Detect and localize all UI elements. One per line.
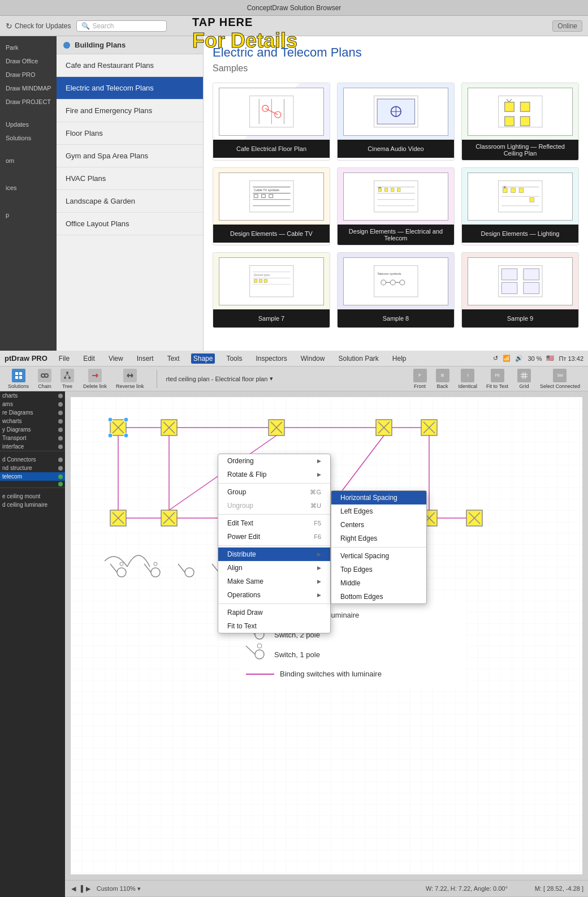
toolbar-tree-btn[interactable]: Tree <box>57 368 77 390</box>
sidebar-item-park[interactable]: Park <box>0 41 57 54</box>
sidebar-item-draw-office[interactable]: Draw Office <box>0 54 57 68</box>
sidebar-item-draw-mindmap[interactable]: Draw MINDMAP <box>0 81 57 95</box>
sample-card-8[interactable]: Telecom symbols Sample 8 <box>337 252 455 328</box>
panel-item-ams[interactable]: ams <box>0 400 65 408</box>
diagram-node-4 <box>376 420 392 435</box>
sample-card-4[interactable]: Cable TV symbols Design Elements — Cable… <box>213 167 330 245</box>
sub-horizontal-spacing[interactable]: Horizontal Spacing <box>331 491 426 504</box>
nav-item-cafe[interactable]: Cafe and Restaurant Plans <box>57 54 203 77</box>
sub-middle[interactable]: Middle <box>331 576 426 590</box>
toolbar-reverse-link-btn[interactable]: Reverse link <box>113 368 148 390</box>
menu-insert[interactable]: Insert <box>135 353 156 364</box>
canvas-container[interactable]: Enclosed ceiling luminaire Switch, 2 pol… <box>65 391 588 880</box>
sidebar-item-draw-project[interactable]: Draw PROJECT <box>0 95 57 109</box>
nav-header-dot <box>63 42 70 49</box>
panel-item-ceiling-mount[interactable]: e ceiling mount <box>0 492 65 501</box>
sidebar-item-room[interactable]: om <box>0 154 57 167</box>
toolbar-select-connected-btn[interactable]: Sel Select Connected <box>537 368 583 390</box>
sidebar-item-solutions[interactable]: Solutions <box>0 131 57 145</box>
menu-help[interactable]: Help <box>390 353 409 364</box>
menu-inspectors[interactable]: Inspectors <box>253 353 289 364</box>
sub-right-edges[interactable]: Right Edges <box>331 532 426 545</box>
doc-tab-dropdown[interactable]: ▾ <box>270 375 273 382</box>
cm-edit-text[interactable]: Edit Text F5 <box>218 516 330 530</box>
search-box[interactable]: 🔍 Search <box>76 20 167 32</box>
nav-item-hvac[interactable]: HVAC Plans <box>57 167 203 190</box>
toolbar-back-btn[interactable]: B Back <box>433 368 453 390</box>
toolbar-delete-link-btn[interactable]: Delete link <box>80 368 110 390</box>
panel-dot-re-diagrams <box>58 411 63 415</box>
menu-shape[interactable]: Shape <box>191 353 215 364</box>
cm-align[interactable]: Align <box>218 561 330 575</box>
sample-card-1[interactable]: Cafe Electrical Floor Plan <box>213 83 330 161</box>
panel-item-y-diagrams[interactable]: y Diagrams <box>0 425 65 434</box>
menu-edit[interactable]: Edit <box>81 353 97 364</box>
sample-card-2[interactable]: Cinema Audio Video <box>337 83 455 161</box>
panel-item-structure[interactable]: nd structure <box>0 464 65 472</box>
panel-item-re-diagrams[interactable]: re Diagrams <box>0 408 65 417</box>
zoom-control[interactable]: Custom 110% ▾ <box>97 885 141 892</box>
sub-left-edges[interactable]: Left Edges <box>331 504 426 518</box>
sidebar-item-updates[interactable]: Updates <box>0 118 57 131</box>
panel-item-transport[interactable]: Transport <box>0 434 65 442</box>
sidebar-item-ices[interactable]: ices <box>0 181 57 195</box>
toolbar-solutions-btn[interactable]: Solutions <box>5 368 32 390</box>
cm-make-same[interactable]: Make Same <box>218 575 330 588</box>
svg-rect-33 <box>378 188 382 192</box>
panel-item-connectors[interactable]: d Connectors <box>0 455 65 464</box>
cm-rotate-flip[interactable]: Rotate & Flip <box>218 468 330 481</box>
cm-operations[interactable]: Operations <box>218 588 330 602</box>
toolbar-front-btn[interactable]: F Front <box>410 368 430 390</box>
nav-item-floor[interactable]: Floor Plans <box>57 122 203 145</box>
menu-view[interactable]: View <box>106 353 126 364</box>
panel-item-ceiling-lum[interactable]: d ceiling luminaire <box>0 501 65 509</box>
sub-bottom-edges[interactable]: Bottom Edges <box>331 590 426 603</box>
sub-vertical-spacing[interactable]: Vertical Spacing <box>331 549 426 563</box>
sample-thumb-inner-3 <box>468 88 572 136</box>
menu-solution-park[interactable]: Solution Park <box>336 353 381 364</box>
toolbar-chain-btn[interactable]: Chain <box>34 368 55 390</box>
sample-card-9[interactable]: Sample 9 <box>461 252 579 328</box>
sample-card-6[interactable]: Design Elements — Lighting <box>461 167 579 245</box>
toolbar-identical-btn[interactable]: I Identical <box>455 368 481 390</box>
panel-item-wcharts[interactable]: wcharts <box>0 417 65 425</box>
sidebar-item-draw-pro[interactable]: Draw PRO <box>0 68 57 81</box>
sample-card-3[interactable]: Classroom Lighting — Reflected Ceiling P… <box>461 83 579 161</box>
page-nav-prev[interactable]: ◀ <box>70 885 77 892</box>
sub-centers[interactable]: Centers <box>331 518 426 532</box>
cm-edit-text-label: Edit Text <box>227 519 253 527</box>
page-nav-next[interactable]: ▶ <box>84 885 92 892</box>
toolbar-grid-btn[interactable]: Grid <box>514 368 534 390</box>
toolbar-fit-to-text-btn[interactable]: Fit Fit to Text <box>483 368 512 390</box>
tree-icon <box>60 369 74 382</box>
sample-card-5[interactable]: Design Elements — Electrical and Telecom <box>337 167 455 245</box>
sample-card-7[interactable]: Element types Sample 7 <box>213 252 330 328</box>
panel-item-extra[interactable] <box>0 481 65 488</box>
nav-item-gym[interactable]: Gym and Spa Area Plans <box>57 145 203 167</box>
diagram-node-3 <box>269 420 284 435</box>
check-updates-button[interactable]: ↻ Check for Updates <box>6 21 71 31</box>
svg-text:Telecom symbols: Telecom symbols <box>377 272 401 275</box>
wifi-icon: 📶 <box>503 355 511 362</box>
cm-ordering[interactable]: Ordering <box>218 454 330 468</box>
menu-tools[interactable]: Tools <box>224 353 244 364</box>
nav-item-landscape[interactable]: Landscape & Garden <box>57 190 203 213</box>
panel-item-interface[interactable]: interface <box>0 442 65 451</box>
sub-top-edges[interactable]: Top Edges <box>331 563 426 576</box>
cm-distribute[interactable]: Distribute <box>218 547 330 561</box>
nav-item-fire[interactable]: Fire and Emergency Plans <box>57 100 203 122</box>
online-button[interactable]: Online <box>552 20 582 32</box>
cm-power-edit[interactable]: Power Edit F6 <box>218 530 330 544</box>
nav-item-office[interactable]: Office Layout Plans <box>57 213 203 235</box>
menu-window[interactable]: Window <box>299 353 327 364</box>
nav-item-electric[interactable]: Electric and Telecom Plans <box>57 77 203 100</box>
panel-item-charts[interactable]: charts <box>0 391 65 400</box>
panel-item-telecom[interactable]: telecom <box>0 472 65 481</box>
cm-rapid-draw[interactable]: Rapid Draw <box>218 606 330 619</box>
cm-group[interactable]: Group ⌘G <box>218 485 330 499</box>
sidebar-item-p[interactable]: p <box>0 208 57 222</box>
menu-file[interactable]: File <box>57 353 72 364</box>
cm-fit-to-text[interactable]: Fit to Text <box>218 619 330 633</box>
menu-text[interactable]: Text <box>165 353 182 364</box>
svg-point-77 <box>66 372 68 374</box>
